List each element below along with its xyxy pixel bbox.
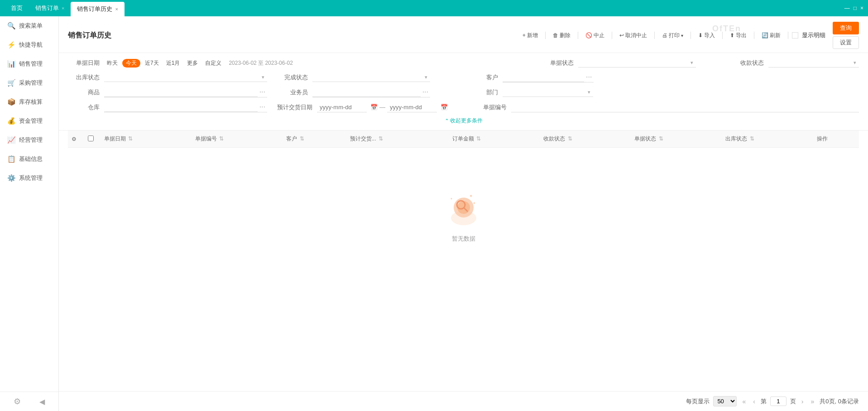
col-date-sort[interactable]: ⇅ xyxy=(128,135,133,142)
sidebar-settings-icon[interactable]: ⚙ xyxy=(14,396,21,406)
sidebar-item-sales-mgmt-label: 销售管理 xyxy=(19,60,43,68)
warehouse-dots[interactable]: ··· xyxy=(258,103,267,111)
print-icon: 🖨 xyxy=(662,32,667,39)
sidebar-item-search-menu-label: 搜索菜单 xyxy=(19,22,43,30)
window-maximize[interactable]: □ xyxy=(854,5,857,11)
date-from-input[interactable] xyxy=(317,102,367,112)
sidebar-item-fund-mgmt-label: 资金管理 xyxy=(19,117,43,125)
customer-dots[interactable]: ··· xyxy=(584,73,594,81)
date-tab-today[interactable]: 今天 xyxy=(122,59,140,68)
quick-nav-icon: ⚡ xyxy=(7,41,15,49)
sidebar-item-sales-mgmt[interactable]: 📊 销售管理 xyxy=(0,54,58,73)
date-tab-more[interactable]: 更多 xyxy=(184,59,201,68)
complete-status-select[interactable]: ▾ xyxy=(312,73,430,82)
delete-button[interactable]: 🗑 删除 xyxy=(549,30,574,41)
order-number-input[interactable] xyxy=(511,102,859,112)
add-button[interactable]: + 新增 xyxy=(519,30,542,41)
department-select[interactable]: ▾ xyxy=(503,88,593,97)
tab-home[interactable]: 首页 xyxy=(5,0,29,16)
col-order-status-sort[interactable]: ⇅ xyxy=(659,135,663,142)
setting-button[interactable]: 设置 xyxy=(833,36,859,49)
expected-date-label: 预计交货日期 xyxy=(276,103,317,111)
svg-text:✦: ✦ xyxy=(469,193,473,198)
empty-state-row: ✦ ✦ ✦ 暂无数据 xyxy=(68,148,859,280)
tab-sales-order[interactable]: 销售订单 × xyxy=(29,0,71,16)
refresh-button[interactable]: 🔄 刷新 xyxy=(758,30,784,41)
sidebar-item-fund-mgmt[interactable]: 💰 资金管理 xyxy=(0,111,58,131)
col-check[interactable] xyxy=(84,131,101,148)
date-tab-yesterday[interactable]: 昨天 xyxy=(104,59,120,68)
sidebar-item-search-menu[interactable]: 🔍 搜索菜单 xyxy=(0,16,58,35)
col-stock-status-sort[interactable]: ⇅ xyxy=(750,135,754,142)
svg-text:✦: ✦ xyxy=(450,197,453,200)
col-expected-date-sort[interactable]: ⇅ xyxy=(379,135,383,142)
collapse-link[interactable]: ⌃ 收起更多条件 xyxy=(68,117,859,125)
order-status-select[interactable]: ▾ xyxy=(578,58,696,68)
tab-sales-order-history-close[interactable]: × xyxy=(115,6,118,12)
sidebar-item-system-mgmt[interactable]: ⚙️ 系统管理 xyxy=(0,169,58,188)
stock-out-select[interactable]: ▾ xyxy=(104,73,267,82)
date-tab-custom[interactable]: 自定义 xyxy=(202,59,224,68)
date-to-input[interactable] xyxy=(387,102,437,112)
stop-button[interactable]: 🚫 中止 xyxy=(582,30,608,41)
settings-icon[interactable]: ⚙ xyxy=(72,136,77,142)
col-customer-sort[interactable]: ⇅ xyxy=(300,135,304,142)
order-status-label: 单据状态 xyxy=(542,59,578,67)
stock-out-chevron: ▾ xyxy=(262,74,264,80)
payment-status-select[interactable]: ▾ xyxy=(768,58,859,68)
topbar-right: — □ × xyxy=(844,5,863,11)
sidebar-item-basic-info-label: 基础信息 xyxy=(19,155,43,163)
display-detail-label[interactable]: 显示明细 xyxy=(792,31,825,39)
tab-sales-order-close[interactable]: × xyxy=(62,5,64,11)
calendar-from-icon[interactable]: 📅 xyxy=(370,104,378,111)
first-page-button[interactable]: « xyxy=(740,397,748,406)
col-amount-sort[interactable]: ⇅ xyxy=(476,135,481,142)
calendar-to-icon[interactable]: 📅 xyxy=(441,104,448,111)
tab-sales-order-history[interactable]: 销售订单历史 × xyxy=(71,2,124,16)
sidebar-item-basic-info[interactable]: 📋 基础信息 xyxy=(0,150,58,169)
date-tab-1month[interactable]: 近1月 xyxy=(163,59,183,68)
goods-dots[interactable]: ··· xyxy=(258,88,267,96)
date-tab-7days[interactable]: 近7天 xyxy=(142,59,162,68)
sidebar-collapse-icon[interactable]: ◀ xyxy=(39,397,45,406)
salesperson-dots[interactable]: ··· xyxy=(421,88,430,96)
sidebar-item-inventory-calc[interactable]: 📦 库存核算 xyxy=(0,92,58,111)
next-page-button[interactable]: › xyxy=(800,397,806,406)
import-button[interactable]: ⬇ 导入 xyxy=(695,30,719,41)
export-button[interactable]: ⬆ 导出 xyxy=(726,30,750,41)
goods-input[interactable] xyxy=(104,87,258,97)
window-minimize[interactable]: — xyxy=(844,5,850,11)
col-settings[interactable]: ⚙ xyxy=(68,131,84,148)
col-stock-status-label: 出库状态 xyxy=(725,135,747,142)
date-range-text: 2023-06-02 至 2023-06-02 xyxy=(229,59,293,67)
ops-mgmt-icon: 📈 xyxy=(7,136,15,144)
display-detail-checkbox[interactable] xyxy=(792,32,798,39)
current-page-input[interactable] xyxy=(770,396,786,406)
data-table: ⚙ 单据日期 ⇅ 单据编号 ⇅ xyxy=(68,131,859,279)
search-menu-icon: 🔍 xyxy=(7,22,15,30)
sidebar-item-quick-nav[interactable]: ⚡ 快捷导航 xyxy=(0,35,58,54)
department-label: 部门 xyxy=(466,88,503,97)
query-button[interactable]: 查询 xyxy=(833,22,859,34)
page-size-select[interactable]: 10 20 50 100 xyxy=(713,396,737,406)
sidebar-item-ops-mgmt[interactable]: 📈 经营管理 xyxy=(0,131,58,150)
customer-input[interactable] xyxy=(503,72,584,82)
col-number-sort[interactable]: ⇅ xyxy=(219,135,224,142)
col-payment-status-sort[interactable]: ⇅ xyxy=(568,135,572,142)
sidebar-item-purchase-mgmt[interactable]: 🛒 采购管理 xyxy=(0,73,58,92)
cancel-stop-button[interactable]: ↩ 取消中止 xyxy=(616,30,651,41)
select-all-checkbox[interactable] xyxy=(88,135,94,141)
divider-3 xyxy=(612,32,612,39)
filter-row-4: 仓库 ··· 预计交货日期 📅 — 📅 单据编号 xyxy=(68,102,859,112)
empty-state: ✦ ✦ ✦ 暂无数据 xyxy=(68,148,859,279)
filter-row-1: 单据日期 昨天 今天 近7天 近1月 更多 自定义 2023-06-02 至 2… xyxy=(68,58,859,68)
salesperson-input[interactable] xyxy=(312,87,421,97)
print-button[interactable]: 🖨 打印 ▾ xyxy=(658,30,687,41)
last-page-button[interactable]: » xyxy=(809,397,816,406)
window-close[interactable]: × xyxy=(860,5,863,11)
warehouse-input[interactable] xyxy=(104,102,258,112)
prev-page-button[interactable]: ‹ xyxy=(751,397,757,406)
divider-2 xyxy=(578,32,578,39)
topbar: 首页 销售订单 × 销售订单历史 × — □ × xyxy=(0,0,868,16)
tab-sales-order-label: 销售订单 xyxy=(35,4,59,12)
